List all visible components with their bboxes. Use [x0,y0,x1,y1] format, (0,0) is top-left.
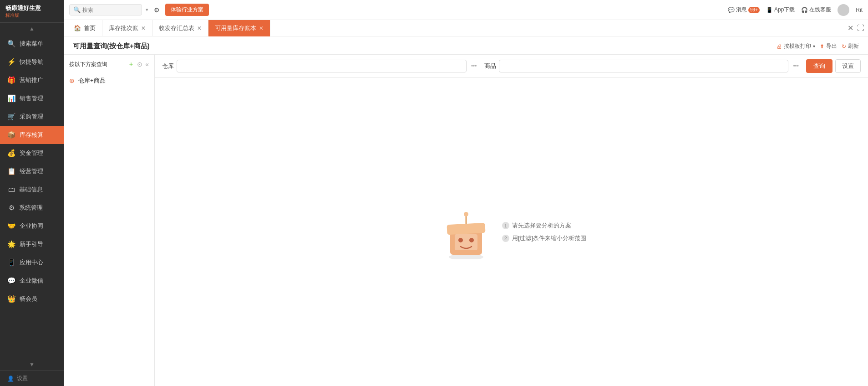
warehouse-field: 仓库 ••• [162,60,479,72]
app-download-btn[interactable]: 📱 App下载 [766,6,795,14]
filter-collapse-btn[interactable]: « [145,61,149,68]
refresh-label: 刷新 [848,42,859,50]
search-input[interactable] [82,7,138,13]
sidebar-item-newbie[interactable]: 🌟新手引导 [0,235,64,253]
sidebar-footer-text: 设置 [17,375,28,382]
topbar: 🔍 ▾ ⚙ 体验行业方案 💬 消息 99+ 📱 App下载 🎧 在线客服 Rit [64,0,868,20]
sidebar-footer-icon: 👤 [7,376,14,382]
sidebar-item-sales[interactable]: 📊销售管理 [0,89,64,108]
setting-btn[interactable]: 设置 [835,59,861,73]
sidebar-label-wechat: 企业微信 [20,277,43,285]
tab-available-label: 可用量库存账本 [215,24,256,32]
sidebar-item-finance[interactable]: 💰资金管理 [0,144,64,162]
sidebar-item-marketing[interactable]: 🎁营销推广 [0,71,64,89]
svg-rect-2 [447,223,485,235]
username-label[interactable]: Rit [856,7,863,13]
svg-point-7 [464,212,468,216]
tab-available-close[interactable]: ✕ [259,25,264,31]
tabs-end: ✕ ⛶ [848,24,868,32]
product-more-btn[interactable]: ••• [791,62,801,70]
tab-home[interactable]: 🏠 首页 [67,20,102,36]
sidebar-item-purchase[interactable]: 🛒采购管理 [0,108,64,126]
app-title: 畅康通好生意 [5,5,58,12]
empty-state: 1 请先选择要分析的方案 2 用[过滤]条件来缩小分析范围 [155,78,868,386]
headset-icon: 🎧 [801,7,808,13]
box-illustration [443,209,484,250]
filter-item-label: 仓库+商品 [78,77,106,85]
tab-summary[interactable]: 收发存汇总表 ✕ [152,20,208,36]
topbar-search-box[interactable]: 🔍 [69,4,142,15]
page-title: 可用量查询(按仓库+商品) [73,42,150,51]
sidebar-label-nav: 快捷导航 [20,58,43,66]
tab-batch-close[interactable]: ✕ [141,25,146,31]
message-btn[interactable]: 💬 消息 99+ [728,6,760,14]
print-icon: 🖨 [777,43,782,50]
sidebar: 畅康通好生意 标准版 ▲ 🔍搜索菜单⚡快捷导航🎁营销推广📊销售管理🛒采购管理📦库… [0,0,64,386]
filter-header: 按以下方案查询 ＋ ⊙ « [64,60,154,73]
warehouse-more-btn[interactable]: ••• [469,62,479,70]
warehouse-input[interactable] [177,60,467,72]
query-buttons: 查询 设置 [806,59,861,73]
print-chevron-icon: ▾ [813,44,815,49]
empty-tips: 1 请先选择要分析的方案 2 用[过滤]条件来缩小分析范围 [502,221,586,242]
mobile-icon: 📱 [766,7,773,13]
sidebar-label-newbie: 新手引导 [20,240,43,248]
tab-expand-btn[interactable]: ⛶ [857,24,864,32]
sidebar-scroll-down[interactable]: ▼ [0,359,64,371]
content-area: 按以下方案查询 ＋ ⊙ « ⊕ 仓库+商品 仓库 ••• [64,55,868,386]
filter-panel: 按以下方案查询 ＋ ⊙ « ⊕ 仓库+商品 [64,55,155,386]
tab-close-all-btn[interactable]: ✕ [848,24,853,32]
sidebar-label-search: 搜索菜单 [20,40,43,48]
sidebar-item-basic[interactable]: 🗃基础信息 [0,180,64,199]
sidebar-scroll-up[interactable]: ▲ [0,23,64,35]
topbar-gear-icon[interactable]: ⚙ [152,5,162,15]
sidebar-item-apps[interactable]: 📱应用中心 [0,253,64,272]
tab-batch[interactable]: 库存批次账 ✕ [102,20,152,36]
app-download-label: App下载 [774,6,795,14]
topbar-right: 💬 消息 99+ 📱 App下载 🎧 在线客服 Rit [728,4,863,16]
sidebar-nav: 🔍搜索菜单⚡快捷导航🎁营销推广📊销售管理🛒采购管理📦库存核算💰资金管理📋经营管理… [0,35,64,359]
sidebar-item-wechat[interactable]: 💬企业微信 [0,272,64,290]
search-icon: 🔍 [7,40,16,48]
industry-btn[interactable]: 体验行业方案 [165,4,209,16]
online-service-btn[interactable]: 🎧 在线客服 [801,6,831,14]
topbar-chevron-icon[interactable]: ▾ [146,7,148,13]
sidebar-item-search[interactable]: 🔍搜索菜单 [0,35,64,53]
sidebar-item-operations[interactable]: 📋经营管理 [0,162,64,180]
sidebar-item-nav[interactable]: ⚡快捷导航 [0,53,64,71]
filter-header-title: 按以下方案查询 [69,61,107,68]
tab-summary-close[interactable]: ✕ [197,25,202,31]
sidebar-item-system[interactable]: ⚙系统管理 [0,199,64,217]
query-area: 仓库 ••• 商品 ••• 查询 设置 [155,55,868,386]
sidebar-label-finance: 资金管理 [20,149,43,157]
sidebar-item-member[interactable]: 👑畅会员 [0,290,64,308]
finance-icon: 💰 [7,149,16,157]
member-icon: 👑 [7,295,16,303]
product-input[interactable] [499,60,789,72]
empty-tip-2: 2 用[过滤]条件来缩小分析范围 [502,234,586,242]
sidebar-label-member: 畅会员 [20,295,37,303]
filter-header-icons: ＋ ⊙ « [128,60,149,68]
refresh-btn[interactable]: ↻ 刷新 [842,42,859,50]
sales-icon: 📊 [7,94,16,103]
export-btn[interactable]: ⬆ 导出 [820,42,837,50]
filter-add-btn[interactable]: ＋ [128,60,134,68]
message-badge: 99+ [748,7,760,13]
sidebar-label-basic: 基础信息 [19,185,43,194]
wechat-icon: 💬 [7,277,16,285]
warehouse-label: 仓库 [162,62,174,70]
enterprise-icon: 🤝 [7,222,16,230]
print-btn[interactable]: 🖨 按模板打印 ▾ [777,42,815,50]
page-actions: 🖨 按模板打印 ▾ ⬆ 导出 ↻ 刷新 [777,42,859,50]
sidebar-item-inventory[interactable]: 📦库存核算 [0,126,64,144]
product-field: 商品 ••• [484,60,801,72]
app-subtitle: 标准版 [5,12,58,19]
tab-available[interactable]: 可用量库存账本 ✕ [208,20,270,36]
sidebar-item-enterprise[interactable]: 🤝企业协同 [0,217,64,235]
filter-settings-btn[interactable]: ⊙ [137,61,142,68]
refresh-icon: ↻ [842,43,846,50]
filter-item-warehouse-product[interactable]: ⊕ 仓库+商品 [64,73,154,88]
inventory-icon: 📦 [7,131,16,139]
query-btn[interactable]: 查询 [806,59,832,73]
nav-icon: ⚡ [7,58,16,66]
